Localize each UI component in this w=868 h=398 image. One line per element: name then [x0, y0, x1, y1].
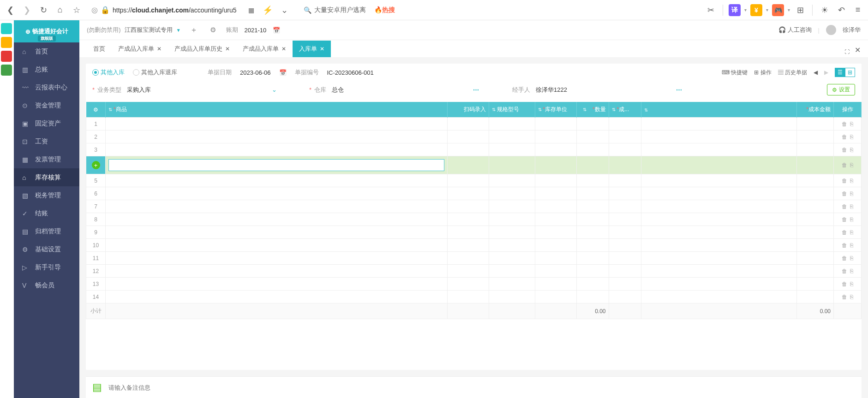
bolt-icon[interactable]: ⚡ — [261, 4, 274, 17]
forward-icon[interactable]: ❯ — [20, 4, 33, 17]
star-icon[interactable]: ☆ — [70, 4, 83, 17]
apps-icon[interactable]: ⊞ — [794, 4, 807, 17]
game-icon[interactable]: 🎮 — [772, 4, 784, 16]
url-bar[interactable]: ◎ 🔒 https://cloud.chanjet.com/accounting… — [87, 4, 241, 16]
sun-icon[interactable]: ☀ — [818, 4, 831, 17]
search-box[interactable]: 🔍 大量安卓用户逃离 — [304, 6, 366, 14]
qr-icon[interactable]: ▦ — [245, 4, 257, 17]
search-icon: 🔍 — [304, 6, 311, 14]
menu-icon[interactable]: ≡ — [851, 4, 864, 17]
browser-toolbar: ❮ ❯ ↻ ⌂ ☆ ◎ 🔒 https://cloud.chanjet.com/… — [0, 0, 868, 20]
cut-icon[interactable]: ✂ — [704, 4, 717, 17]
chevron-down-icon[interactable]: ⌄ — [278, 4, 291, 17]
home-icon[interactable]: ⌂ — [54, 4, 66, 17]
coin-icon[interactable]: ¥ — [750, 4, 762, 16]
undo-icon[interactable]: ↶ — [835, 4, 848, 17]
lock-icon: 🔒 — [101, 6, 110, 14]
back-icon[interactable]: ❮ — [4, 4, 17, 17]
hot-search[interactable]: 🔥热搜 — [374, 6, 395, 14]
reload-icon[interactable]: ↻ — [37, 4, 50, 17]
translate-icon[interactable]: 译 — [729, 4, 741, 16]
